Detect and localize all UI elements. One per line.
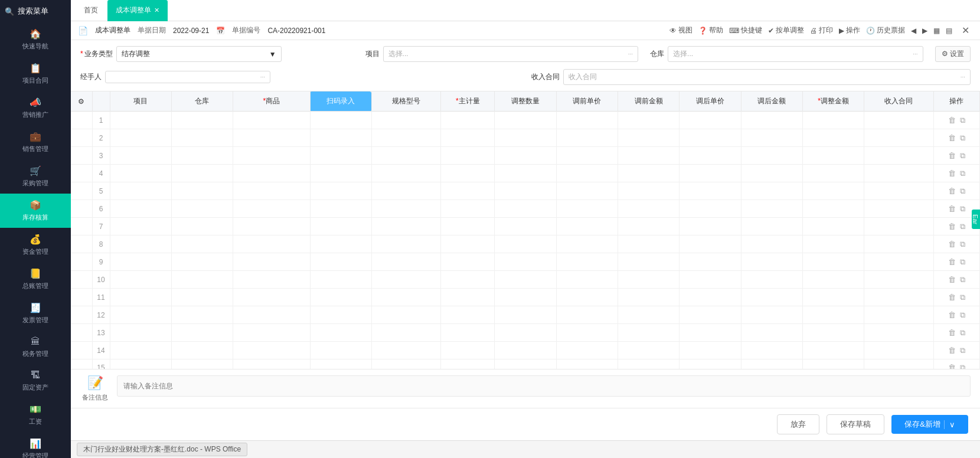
cell-12[interactable]: [864, 182, 933, 200]
cell-7[interactable]: [556, 165, 618, 182]
next-btn[interactable]: ▶: [922, 27, 927, 35]
copy-row-icon[interactable]: ⧉: [959, 362, 966, 369]
copy-row-icon[interactable]: ⧉: [959, 114, 966, 126]
cell-12[interactable]: [864, 342, 933, 359]
cell-4[interactable]: [371, 306, 440, 324]
cell-11[interactable]: [803, 324, 864, 342]
project-select[interactable]: 选择... ···: [383, 46, 639, 62]
cell-11[interactable]: [803, 306, 864, 324]
cell-2[interactable]: [233, 112, 310, 129]
cell-2[interactable]: [233, 218, 310, 235]
cell-2[interactable]: [233, 289, 310, 306]
cell-5[interactable]: [441, 289, 495, 306]
cell-6[interactable]: [495, 271, 556, 289]
cell-8[interactable]: [618, 324, 680, 342]
cell-2[interactable]: [233, 359, 310, 369]
cell-12[interactable]: [864, 324, 933, 342]
cell-10[interactable]: [741, 165, 802, 182]
delete-row-icon[interactable]: 🗑: [947, 185, 957, 197]
cell-9[interactable]: [680, 359, 741, 369]
cell-11[interactable]: [803, 235, 864, 253]
cell-9[interactable]: [680, 147, 741, 165]
help-action[interactable]: ❓ 帮助: [698, 25, 723, 35]
check-adjust-action[interactable]: ✔ 按单调整: [768, 25, 804, 35]
cell-5[interactable]: [441, 253, 495, 271]
tab-home[interactable]: 首页: [76, 0, 106, 21]
row-check[interactable]: [71, 200, 92, 218]
save-draft-button[interactable]: 保存草稿: [827, 414, 884, 434]
row-check[interactable]: [71, 342, 92, 359]
cell-5[interactable]: [441, 306, 495, 324]
copy-row-icon[interactable]: ⧉: [959, 221, 966, 232]
cell-4[interactable]: [371, 218, 440, 235]
cell-1[interactable]: [171, 253, 233, 271]
cell-0[interactable]: [110, 129, 171, 147]
save-arrow-icon[interactable]: ∨: [944, 420, 955, 429]
cell-11[interactable]: [803, 112, 864, 129]
cell-4[interactable]: [371, 112, 440, 129]
cell-12[interactable]: [864, 306, 933, 324]
cell-8[interactable]: [618, 359, 680, 369]
sidebar-item-sales-promo[interactable]: 📣 营销推广: [0, 91, 71, 125]
grid1-btn[interactable]: ▦: [933, 27, 940, 35]
cell-7[interactable]: [556, 235, 618, 253]
taskbar-file[interactable]: 木门行业好业财处理方案-墨红红.doc - WPS Office: [77, 443, 247, 456]
delete-row-icon[interactable]: 🗑: [947, 168, 957, 179]
discard-button[interactable]: 放弃: [777, 414, 819, 434]
row-check[interactable]: [71, 324, 92, 342]
cell-0[interactable]: [110, 112, 171, 129]
cell-4[interactable]: [371, 200, 440, 218]
cell-6[interactable]: [495, 182, 556, 200]
prev-btn[interactable]: ◀: [911, 27, 916, 35]
cell-0[interactable]: [110, 289, 171, 306]
cell-10[interactable]: [741, 129, 802, 147]
sidebar-item-ledger-mgmt[interactable]: 📒 总账管理: [0, 262, 71, 296]
copy-row-icon[interactable]: ⧉: [959, 309, 966, 320]
cell-3[interactable]: [310, 271, 371, 289]
cell-12[interactable]: [864, 147, 933, 165]
th-scan[interactable]: 扫码录入: [310, 91, 371, 112]
cell-0[interactable]: [110, 324, 171, 342]
tab-close-icon[interactable]: ✕: [154, 6, 159, 14]
cell-4[interactable]: [371, 147, 440, 165]
cell-3[interactable]: [310, 112, 371, 129]
cell-1[interactable]: [171, 235, 233, 253]
cell-0[interactable]: [110, 359, 171, 369]
cell-0[interactable]: [110, 165, 171, 182]
cell-7[interactable]: [556, 129, 618, 147]
cell-2[interactable]: [233, 271, 310, 289]
cell-2[interactable]: [233, 342, 310, 359]
settings-button[interactable]: ⚙ 设置: [935, 46, 971, 62]
cell-7[interactable]: [556, 147, 618, 165]
cell-8[interactable]: [618, 218, 680, 235]
cell-10[interactable]: [741, 200, 802, 218]
table-area[interactable]: Ear ⚙ 项目 仓库 *商品 扫码录入 规格型号 *主计量 调整数量 调前单价: [71, 91, 980, 369]
cell-5[interactable]: [441, 129, 495, 147]
row-check[interactable]: [71, 129, 92, 147]
cell-5[interactable]: [441, 165, 495, 182]
income-contract-select[interactable]: 收入合同 ···: [563, 69, 971, 85]
delete-row-icon[interactable]: 🗑: [947, 256, 957, 267]
cell-7[interactable]: [556, 253, 618, 271]
cell-4[interactable]: [371, 324, 440, 342]
cell-6[interactable]: [495, 147, 556, 165]
cell-10[interactable]: [741, 342, 802, 359]
cell-1[interactable]: [171, 129, 233, 147]
delete-row-icon[interactable]: 🗑: [947, 150, 957, 161]
cell-1[interactable]: [171, 342, 233, 359]
sidebar-item-purchase-mgmt[interactable]: 🛒 采购管理: [0, 159, 71, 194]
cell-9[interactable]: [680, 235, 741, 253]
cell-12[interactable]: [864, 359, 933, 369]
cell-0[interactable]: [110, 271, 171, 289]
sidebar-item-payroll[interactable]: 💵 工资: [0, 398, 71, 432]
copy-row-icon[interactable]: ⧉: [959, 274, 966, 285]
cell-3[interactable]: [310, 359, 371, 369]
cell-8[interactable]: [618, 129, 680, 147]
cell-9[interactable]: [680, 218, 741, 235]
cell-0[interactable]: [110, 182, 171, 200]
copy-row-icon[interactable]: ⧉: [959, 238, 966, 250]
cell-7[interactable]: [556, 306, 618, 324]
cell-3[interactable]: [310, 306, 371, 324]
cell-10[interactable]: [741, 289, 802, 306]
cell-1[interactable]: [171, 289, 233, 306]
